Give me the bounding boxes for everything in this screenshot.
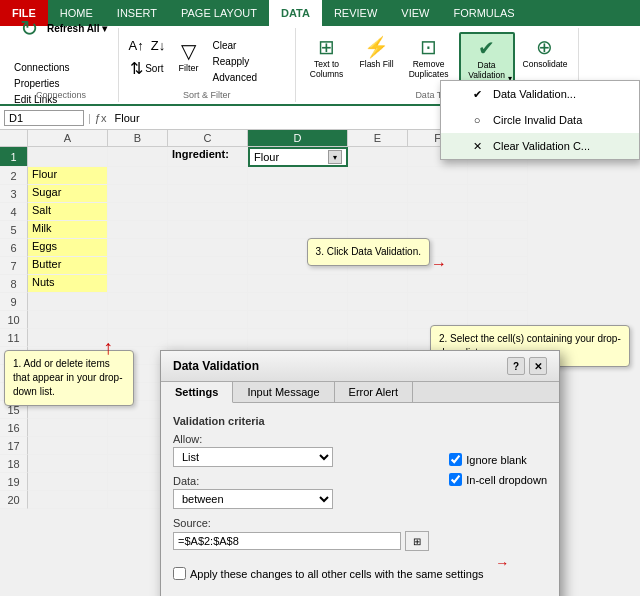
cell-D11[interactable] bbox=[248, 329, 348, 347]
data-select[interactable]: between bbox=[173, 489, 333, 509]
sort-button[interactable]: ⇅ Sort bbox=[125, 56, 168, 81]
cell-b1[interactable] bbox=[108, 147, 168, 167]
cell-d8[interactable] bbox=[248, 275, 348, 293]
dialog-tab-settings[interactable]: Settings bbox=[161, 382, 233, 403]
cell-c3[interactable] bbox=[168, 185, 248, 203]
sort-za-button[interactable]: Z↓ bbox=[148, 36, 168, 55]
tab-review[interactable]: REVIEW bbox=[322, 0, 389, 26]
dialog-help-button[interactable]: ? bbox=[507, 357, 525, 375]
remove-duplicates-button[interactable]: ⊡ Remove Duplicates bbox=[402, 32, 456, 82]
cell-B18[interactable] bbox=[108, 455, 168, 473]
cell-A9[interactable] bbox=[28, 293, 108, 311]
cell-b6[interactable] bbox=[108, 239, 168, 257]
cell-d4[interactable] bbox=[248, 203, 348, 221]
col-header-b[interactable]: B bbox=[108, 130, 168, 146]
cell-b4[interactable] bbox=[108, 203, 168, 221]
col-header-e[interactable]: E bbox=[348, 130, 408, 146]
tab-data[interactable]: DATA bbox=[269, 0, 322, 26]
cell-e2[interactable] bbox=[348, 167, 408, 185]
cell-B10[interactable] bbox=[108, 311, 168, 329]
cell-C10[interactable] bbox=[168, 311, 248, 329]
cell-g7[interactable] bbox=[468, 257, 528, 275]
cell-D10[interactable] bbox=[248, 311, 348, 329]
cell-e5[interactable] bbox=[348, 221, 408, 239]
cell-b7[interactable] bbox=[108, 257, 168, 275]
cell-c2[interactable] bbox=[168, 167, 248, 185]
cell-d3[interactable] bbox=[248, 185, 348, 203]
data-validation-button[interactable]: ✔ Data Validation ▾ bbox=[459, 32, 515, 84]
ignore-blank-checkbox[interactable] bbox=[449, 453, 462, 466]
tab-view[interactable]: VIEW bbox=[389, 0, 441, 26]
filter-button[interactable]: ▽ Filter bbox=[171, 36, 207, 76]
cell-d2[interactable] bbox=[248, 167, 348, 185]
cell-E9[interactable] bbox=[348, 293, 408, 311]
text-to-columns-button[interactable]: ⊞ Text to Columns bbox=[302, 32, 352, 82]
cell-G9[interactable] bbox=[468, 293, 528, 311]
cell-A11[interactable] bbox=[28, 329, 108, 347]
cell-B11[interactable] bbox=[108, 329, 168, 347]
cell-g5[interactable] bbox=[468, 221, 528, 239]
cell-c5[interactable] bbox=[168, 221, 248, 239]
cell-g4[interactable] bbox=[468, 203, 528, 221]
cell-e4[interactable] bbox=[348, 203, 408, 221]
cell-b3[interactable] bbox=[108, 185, 168, 203]
menu-item-circle-invalid[interactable]: ○ Circle Invalid Data bbox=[441, 107, 639, 133]
cell-E10[interactable] bbox=[348, 311, 408, 329]
cell-B9[interactable] bbox=[108, 293, 168, 311]
cell-g8[interactable] bbox=[468, 275, 528, 293]
cell-a1[interactable] bbox=[28, 147, 108, 167]
cell-b2[interactable] bbox=[108, 167, 168, 185]
menu-item-data-validation[interactable]: ✔ Data Validation... bbox=[441, 81, 639, 107]
cell-f8[interactable] bbox=[408, 275, 468, 293]
cell-c8[interactable] bbox=[168, 275, 248, 293]
cell-g3[interactable] bbox=[468, 185, 528, 203]
cell-A18[interactable] bbox=[28, 455, 108, 473]
cell-C11[interactable] bbox=[168, 329, 248, 347]
cell-A20[interactable] bbox=[28, 491, 108, 509]
cell-C9[interactable] bbox=[168, 293, 248, 311]
cell-F9[interactable] bbox=[408, 293, 468, 311]
clear-filter-button[interactable]: Clear bbox=[209, 38, 289, 53]
reapply-button[interactable]: Reapply bbox=[209, 54, 289, 69]
cell-A19[interactable] bbox=[28, 473, 108, 491]
cell-B20[interactable] bbox=[108, 491, 168, 509]
cell-c1[interactable]: Ingredient: bbox=[168, 147, 248, 167]
properties-button[interactable]: Properties bbox=[10, 76, 90, 91]
cell-A17[interactable] bbox=[28, 437, 108, 455]
col-header-a[interactable]: A bbox=[28, 130, 108, 146]
cell-a2[interactable]: Flour bbox=[28, 167, 108, 185]
cell-f4[interactable] bbox=[408, 203, 468, 221]
advanced-button[interactable]: Advanced bbox=[209, 70, 289, 85]
cell-a8[interactable]: Nuts bbox=[28, 275, 108, 293]
tab-formulas[interactable]: FORMULAS bbox=[441, 0, 526, 26]
col-header-d[interactable]: D bbox=[248, 130, 348, 146]
consolidate-button[interactable]: ⊕ Consolidate bbox=[518, 32, 572, 72]
cell-b5[interactable] bbox=[108, 221, 168, 239]
cell-a5[interactable]: Milk bbox=[28, 221, 108, 239]
cell-E11[interactable] bbox=[348, 329, 408, 347]
cell-f5[interactable] bbox=[408, 221, 468, 239]
cell-B19[interactable] bbox=[108, 473, 168, 491]
dialog-tab-error-alert[interactable]: Error Alert bbox=[335, 382, 414, 402]
source-input[interactable] bbox=[173, 532, 401, 550]
menu-item-clear-validation[interactable]: ✕ Clear Validation C... bbox=[441, 133, 639, 159]
cell-f2[interactable] bbox=[408, 167, 468, 185]
dialog-close-button[interactable]: ✕ bbox=[529, 357, 547, 375]
cell-g2[interactable] bbox=[468, 167, 528, 185]
refresh-all-button[interactable]: ↻ Refresh All ▾ bbox=[10, 12, 112, 58]
in-cell-dropdown-checkbox[interactable] bbox=[449, 473, 462, 486]
connections-button[interactable]: Connections bbox=[10, 60, 90, 75]
sort-az-button[interactable]: A↑ bbox=[126, 36, 147, 55]
cell-a6[interactable]: Eggs bbox=[28, 239, 108, 257]
cell-c7[interactable] bbox=[168, 257, 248, 275]
dialog-tab-input-message[interactable]: Input Message bbox=[233, 382, 334, 402]
cell-B17[interactable] bbox=[108, 437, 168, 455]
cell-f3[interactable] bbox=[408, 185, 468, 203]
cell-c4[interactable] bbox=[168, 203, 248, 221]
cell-d5[interactable] bbox=[248, 221, 348, 239]
cell-A16[interactable] bbox=[28, 419, 108, 437]
cell-a7[interactable]: Butter bbox=[28, 257, 108, 275]
tab-page-layout[interactable]: PAGE LAYOUT bbox=[169, 0, 269, 26]
cell-e3[interactable] bbox=[348, 185, 408, 203]
col-header-c[interactable]: C bbox=[168, 130, 248, 146]
